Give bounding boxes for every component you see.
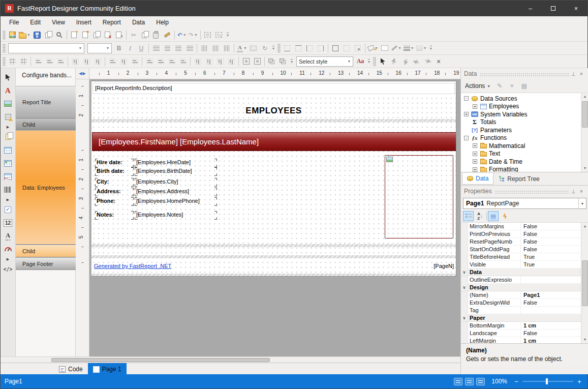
category-chevron-icon[interactable]: ∨ <box>461 284 468 291</box>
report-description-text-object[interactable]: [Report.ReportInfo.Description] <box>92 83 455 94</box>
italic-button[interactable]: I <box>125 43 136 54</box>
align-bottoms-button[interactable] <box>92 56 103 67</box>
data-tree-scrollbar[interactable]: ▲ ▼ <box>581 93 588 172</box>
menu-item-file[interactable]: File <box>4 17 24 27</box>
decrease-horizontal-spacing-button[interactable] <box>166 56 177 67</box>
dropdown-caret-icon[interactable]: ▼ <box>411 46 414 50</box>
panel-drag-area[interactable] <box>480 73 569 77</box>
submenu-arrow-icon[interactable]: ▶ <box>2 256 15 262</box>
toolbar-overflow-button[interactable]: ▾ <box>428 43 434 54</box>
tree-item-data-sources[interactable]: -Data Sources <box>461 95 581 103</box>
page-number-object[interactable]: [PageN] <box>417 260 454 272</box>
expand-icon[interactable]: + <box>473 159 477 164</box>
property-value[interactable]: True <box>521 254 581 260</box>
property-row-tag[interactable]: Tag <box>461 307 581 314</box>
save-button[interactable] <box>32 29 43 41</box>
bring-to-front-button[interactable] <box>266 56 277 67</box>
bold-button[interactable]: B <box>113 43 125 54</box>
toolbar-overflow-button[interactable]: ▾ <box>289 56 295 67</box>
properties-view-button[interactable]: ▤ <box>488 211 499 221</box>
cut-button[interactable]: ✂ <box>128 29 139 41</box>
close-icon[interactable]: × <box>577 71 585 77</box>
dropdown-caret-icon[interactable]: ▼ <box>398 46 401 50</box>
expand-icon[interactable]: + <box>473 167 477 172</box>
dropdown-arrow-icon[interactable]: ▼ <box>104 46 111 50</box>
property-value[interactable]: 1 cm <box>521 322 581 328</box>
field-expression[interactable]: [Employees.HireDate] <box>135 159 216 167</box>
generated-by-link-object[interactable]: Generated by FastReport .NET <box>94 260 262 272</box>
property-value[interactable]: Page1 <box>521 292 581 298</box>
shape-object-button[interactable] <box>2 110 15 124</box>
field-label[interactable]: Address: <box>96 188 133 196</box>
employee-picture-object[interactable] <box>385 155 453 238</box>
field-expression[interactable]: [Employees.Address] <box>135 188 216 196</box>
border-top-button[interactable] <box>293 43 304 54</box>
scroll-up-icon[interactable]: ▲ <box>581 223 588 230</box>
field-label[interactable]: Birth date: <box>96 168 133 175</box>
dropdown-caret-icon[interactable]: ▼ <box>27 33 30 37</box>
view-mode-facing-icon[interactable] <box>476 378 485 385</box>
menu-item-edit[interactable]: Edit <box>24 17 46 27</box>
panel-drag-area[interactable] <box>495 190 569 194</box>
line-color-button[interactable]: ▼ <box>390 43 403 54</box>
scroll-thumb[interactable] <box>582 260 588 306</box>
field-expression[interactable]: [Employees.HomePhone] <box>135 198 216 205</box>
menu-item-view[interactable]: View <box>46 17 71 27</box>
text-object-button[interactable]: A <box>2 84 15 97</box>
view-mode-continuous-icon[interactable] <box>465 378 474 385</box>
toolbar-overflow-button[interactable]: ▾ <box>366 56 372 67</box>
property-grid-scrollbar[interactable]: ▲ ▼ <box>581 223 588 343</box>
center-horizontally-in-band-button[interactable] <box>240 56 252 67</box>
fill-style-button[interactable] <box>379 43 390 54</box>
border-props-button[interactable] <box>352 43 363 54</box>
delete-selection-button[interactable]: × <box>433 56 444 67</box>
zoom-in-button[interactable]: + <box>575 378 583 385</box>
dropdown-caret-icon[interactable]: ▼ <box>243 46 247 50</box>
align-center-button[interactable] <box>162 43 173 54</box>
line-tool-nw-button[interactable] <box>388 56 399 67</box>
tab-report-tree[interactable]: Report Tree <box>494 173 544 185</box>
align-rights-button[interactable] <box>55 56 66 67</box>
scroll-thumb[interactable] <box>582 101 588 128</box>
pin-icon[interactable]: ⊥ <box>569 189 577 194</box>
view-mode-single-icon[interactable] <box>454 378 462 385</box>
horizontal-scrollbar[interactable] <box>1 356 460 363</box>
categorized-view-button[interactable] <box>463 211 474 221</box>
property-row--name-[interactable]: (Name)Page1 <box>461 291 581 299</box>
property-category-paper[interactable]: ∨Paper <box>461 314 581 322</box>
close-button[interactable]: × <box>565 1 587 16</box>
line-tool-se-button[interactable] <box>399 56 411 67</box>
expand-icon[interactable]: + <box>464 112 469 116</box>
property-row-printonprevious[interactable]: PrintOnPreviousFalse <box>461 230 581 238</box>
advanced-matrix-object-button[interactable] <box>2 170 15 183</box>
property-value[interactable]: False <box>521 223 581 229</box>
matrix-object-button[interactable] <box>2 157 15 170</box>
submenu-arrow-icon[interactable]: ▶ <box>2 124 15 130</box>
field-expression[interactable]: [Employees.City] <box>135 178 216 186</box>
property-row-resetpagenumb[interactable]: ResetPageNumbFalse <box>461 238 581 246</box>
property-value[interactable]: False <box>521 330 581 336</box>
property-row-extradesignwid[interactable]: ExtraDesignWidFalse <box>461 299 581 307</box>
actions-dropdown-icon[interactable]: ▼ <box>487 84 490 88</box>
subreport-object-button[interactable] <box>2 130 15 143</box>
page-setup-button[interactable] <box>113 29 125 41</box>
rich-text-object-button[interactable]: A <box>2 229 15 243</box>
border-bottom-button[interactable] <box>282 43 293 54</box>
property-value[interactable]: True <box>521 261 581 267</box>
toolbar-grip[interactable] <box>3 31 6 40</box>
valign-top-button[interactable] <box>199 43 210 54</box>
border-all-button[interactable] <box>330 43 341 54</box>
tree-item-formatting[interactable]: +Formatting <box>461 166 581 172</box>
copy-page-button[interactable] <box>91 29 102 41</box>
field-label[interactable]: Hire date: <box>96 159 133 167</box>
expand-bands-icon[interactable]: ▶ <box>83 71 86 76</box>
toolbar-grip[interactable] <box>3 44 6 53</box>
gauge-object-button[interactable] <box>2 243 15 256</box>
expand-icon[interactable]: + <box>473 143 477 148</box>
tree-item-system-variables[interactable]: +varSystem Variables <box>461 110 581 118</box>
font-name-combo[interactable]: ▼ <box>8 43 84 53</box>
expand-icon[interactable]: + <box>473 104 477 109</box>
format-painter-button[interactable] <box>162 29 173 41</box>
category-chevron-icon[interactable]: ∨ <box>461 268 468 276</box>
toolbar-overflow-button[interactable]: ▾ <box>270 43 276 54</box>
